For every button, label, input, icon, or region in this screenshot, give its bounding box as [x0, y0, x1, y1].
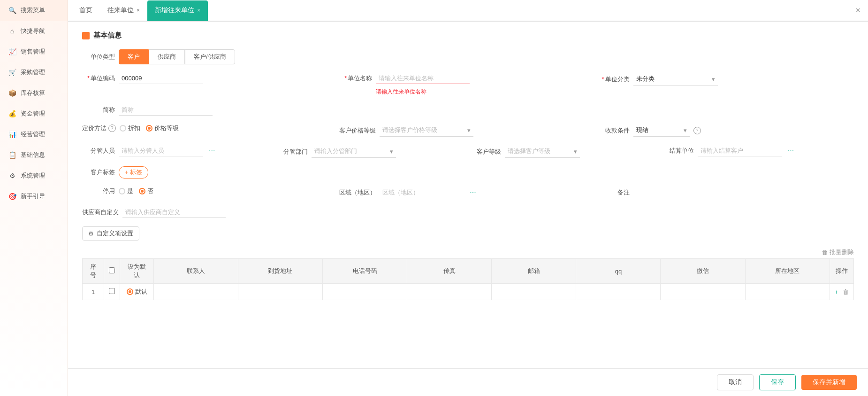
remark-input[interactable] — [633, 187, 774, 198]
customer-level-group: 客户等级 请选择客户等级 ▾ — [468, 145, 661, 158]
pricing-discount[interactable]: 折扣 — [120, 124, 140, 132]
unit-category-group: *单位分类 未分类 ▾ — [597, 73, 854, 85]
pricing-discount-circle — [120, 125, 126, 132]
unit-type-group-container: 单位类型 客户 供应商 客户/供应商 — [82, 49, 854, 64]
pricing-help-icon[interactable]: ? — [108, 124, 116, 132]
payment-terms-chevron: ▾ — [684, 127, 687, 134]
pricing-method-label: 定价方法 ? — [82, 124, 116, 132]
row-default-circle — [127, 288, 133, 295]
unit-type-row: 单位类型 客户 供应商 客户/供应商 — [82, 49, 854, 64]
home-icon: ⌂ — [8, 26, 17, 36]
sidebar-item-search[interactable]: 🔍 搜索菜单 — [0, 0, 68, 21]
manager-input[interactable] — [119, 145, 203, 156]
window-close-icon[interactable]: × — [852, 6, 864, 16]
sidebar-item-sales[interactable]: 📈 销售管理 — [0, 41, 68, 62]
tab-trade-unit-close[interactable]: × — [137, 7, 140, 14]
unit-name-input[interactable] — [376, 73, 470, 84]
row-qq-input[interactable] — [581, 288, 655, 295]
content-area: 基本信息 单位类型 客户 供应商 客户/供应商 *单位编码 — [68, 22, 868, 368]
sidebar-item-finance[interactable]: 💰 资金管理 — [0, 103, 68, 124]
add-tag-button[interactable]: + 标签 — [119, 166, 148, 179]
batch-delete-area: 🗑 批量删除 — [82, 248, 854, 256]
col-contact: 联系人 — [153, 259, 238, 284]
row-fax-input[interactable] — [412, 288, 487, 295]
unit-code-input[interactable] — [119, 73, 203, 84]
settlement-unit-input[interactable] — [698, 145, 782, 156]
row-contact — [153, 284, 238, 300]
row-email-input[interactable] — [496, 288, 571, 295]
department-label: 分管部门 — [275, 148, 308, 156]
short-name-row: 简称 — [82, 104, 854, 116]
settlement-unit-group: 结算单位 ··· — [661, 145, 854, 156]
disabled-no[interactable]: 否 — [139, 187, 153, 195]
sidebar-label-guide: 新手引导 — [21, 192, 45, 201]
row-phone — [323, 284, 407, 300]
sidebar-item-sys-mgmt[interactable]: ⚙ 系统管理 — [0, 165, 68, 186]
remark-group: 备注 — [597, 187, 854, 198]
pricing-level[interactable]: 价格等级 — [146, 124, 179, 132]
sidebar-item-quick-nav[interactable]: ⌂ 快捷导航 — [0, 21, 68, 41]
save-button[interactable]: 保存 — [759, 374, 796, 390]
manager-more-btn[interactable]: ··· — [207, 147, 217, 155]
unit-category-select[interactable]: 未分类 ▾ — [633, 73, 718, 85]
settlement-unit-more-btn[interactable]: ··· — [786, 147, 796, 155]
short-name-group: 简称 — [82, 104, 854, 116]
sys-mgmt-icon: ⚙ — [8, 171, 17, 180]
unit-name-group: *单位名称 请输入往来单位名称 — [339, 73, 596, 96]
purchase-icon: 🛒 — [8, 68, 17, 77]
sidebar-label-sys-mgmt: 系统管理 — [21, 171, 45, 180]
row-wechat — [661, 284, 745, 300]
row-contact-input[interactable] — [159, 288, 233, 295]
row-address-input[interactable] — [243, 288, 318, 295]
tab-new-trade-unit[interactable]: 新增往来单位 × — [147, 0, 208, 21]
sidebar-item-operations[interactable]: 📊 经营管理 — [0, 124, 68, 145]
disabled-label: 停用 — [82, 187, 115, 195]
select-all-checkbox[interactable] — [109, 267, 115, 273]
inventory-icon: 📦 — [8, 88, 17, 98]
sidebar-item-inventory[interactable]: 📦 库存核算 — [0, 83, 68, 103]
sidebar-item-purchase[interactable]: 🛒 采购管理 — [0, 62, 68, 83]
save-and-new-button[interactable]: 保存并新增 — [801, 375, 857, 390]
disabled-region-row: 停用 是 否 区域（地区） ··· — [82, 187, 854, 198]
short-name-input[interactable] — [119, 104, 213, 116]
payment-terms-help-icon[interactable]: ? — [693, 127, 701, 134]
batch-delete-icon: 🗑 — [822, 249, 828, 256]
payment-terms-select[interactable]: 现结 ▾ — [633, 124, 690, 137]
customer-level-select[interactable]: 请选择客户等级 ▾ — [505, 145, 580, 158]
col-fax: 传真 — [407, 259, 492, 284]
row-wechat-input[interactable] — [665, 288, 740, 295]
unit-code-group: *单位编码 — [82, 73, 339, 84]
unit-type-both[interactable]: 客户/供应商 — [185, 49, 235, 64]
manager-row: 分管人员 ··· 分管部门 请输入分管部门 ▾ 客户等级 请选择客户等级 ▾ — [82, 145, 854, 158]
supplier-custom-row: 供应商自定义 — [82, 207, 854, 218]
unit-category-label: *单位分类 — [597, 75, 630, 84]
tab-trade-unit[interactable]: 往来单位 × — [100, 0, 147, 21]
unit-type-supplier[interactable]: 供应商 — [149, 49, 185, 64]
base-info-icon: 📋 — [8, 150, 17, 160]
disabled-yes-circle — [119, 188, 125, 194]
customer-price-level-select[interactable]: 请选择客户价格等级 ▾ — [380, 124, 473, 137]
row-add-btn[interactable]: + — [835, 288, 838, 295]
custom-settings-button[interactable]: ⚙ 自定义项设置 — [82, 226, 139, 241]
supplier-custom-input[interactable] — [122, 207, 226, 218]
row-default-radio[interactable]: 默认 — [125, 287, 149, 296]
disabled-yes[interactable]: 是 — [119, 187, 133, 195]
unit-type-customer[interactable]: 客户 — [119, 49, 149, 64]
customer-level-chevron: ▾ — [574, 148, 577, 155]
tab-new-trade-unit-close[interactable]: × — [197, 7, 200, 14]
row-phone-input[interactable] — [327, 288, 402, 295]
region-input[interactable] — [380, 187, 464, 198]
cancel-button[interactable]: 取消 — [717, 374, 754, 390]
sidebar-item-base-info[interactable]: 📋 基础信息 — [0, 145, 68, 165]
supplier-custom-label: 供应商自定义 — [82, 208, 119, 217]
tab-home[interactable]: 首页 — [72, 0, 100, 21]
batch-delete-label[interactable]: 批量删除 — [830, 248, 854, 256]
region-more-btn[interactable]: ··· — [468, 188, 478, 197]
row-delete-btn[interactable]: 🗑 — [843, 288, 849, 295]
department-select[interactable]: 请输入分管部门 ▾ — [312, 145, 396, 158]
row-action: + 🗑 — [830, 284, 853, 300]
row-select-checkbox[interactable] — [109, 288, 115, 294]
sidebar-item-guide[interactable]: 🎯 新手引导 — [0, 186, 68, 207]
row-region-input[interactable] — [750, 288, 825, 295]
sidebar: 🔍 搜索菜单 ⌂ 快捷导航 📈 销售管理 🛒 采购管理 📦 库存核算 💰 资金管… — [0, 0, 68, 396]
